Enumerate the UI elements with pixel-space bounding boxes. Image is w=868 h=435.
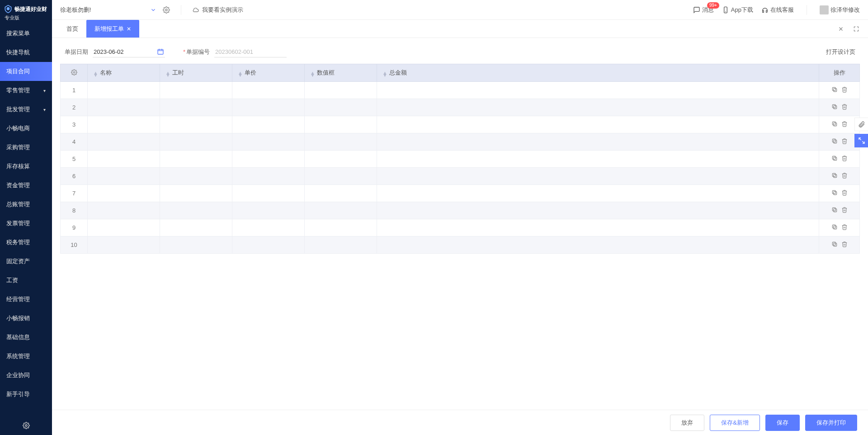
cell-num[interactable] (305, 82, 377, 99)
save-and-print-button[interactable]: 保存并打印 (805, 415, 857, 431)
cell-price[interactable] (232, 151, 305, 168)
close-all-tabs-button[interactable] (835, 24, 846, 34)
copy-row-button[interactable] (831, 138, 838, 146)
settings-button[interactable] (0, 417, 52, 435)
sidebar-item[interactable]: 零售管理▾ (0, 81, 52, 100)
cell-total[interactable] (377, 219, 819, 236)
column-header[interactable]: ▲▼工时 (160, 64, 232, 82)
cell-name[interactable] (88, 116, 160, 133)
tab[interactable]: 新增报工单✕ (86, 20, 139, 38)
sidebar-item[interactable]: 快捷导航 (0, 43, 52, 62)
cell-num[interactable] (305, 99, 377, 116)
cell-total[interactable] (377, 133, 819, 151)
company-selector[interactable]: 徐老板勿删! (60, 6, 156, 14)
sidebar-item[interactable]: 系统管理 (0, 347, 52, 366)
delete-row-button[interactable] (841, 138, 848, 146)
cell-name[interactable] (88, 82, 160, 99)
cell-num[interactable] (305, 202, 377, 219)
cell-name[interactable] (88, 151, 160, 168)
column-header[interactable]: ▲▼数值框 (305, 64, 377, 82)
sidebar-item[interactable]: 资金管理 (0, 176, 52, 195)
copy-row-button[interactable] (831, 241, 838, 249)
row-ops[interactable] (819, 82, 860, 99)
delete-row-button[interactable] (841, 121, 848, 128)
sidebar-item[interactable]: 基础信息 (0, 328, 52, 347)
row-ops[interactable] (819, 185, 860, 202)
messages-button[interactable]: 消息 99+ (693, 6, 714, 14)
delete-row-button[interactable] (841, 104, 848, 111)
delete-row-button[interactable] (841, 156, 848, 163)
column-header[interactable]: ▲▼总金额 (377, 64, 819, 82)
cell-price[interactable] (232, 168, 305, 185)
cell-price[interactable] (232, 99, 305, 116)
cell-hours[interactable] (160, 185, 232, 202)
cell-hours[interactable] (160, 151, 232, 168)
cell-num[interactable] (305, 236, 377, 254)
row-ops[interactable] (819, 151, 860, 168)
cell-price[interactable] (232, 202, 305, 219)
sidebar-item[interactable]: 企业协同 (0, 366, 52, 385)
row-ops[interactable] (819, 116, 860, 133)
cell-hours[interactable] (160, 82, 232, 99)
open-designer-link[interactable]: 打开设计页 (826, 48, 855, 56)
column-header[interactable]: ▲▼单价 (232, 64, 305, 82)
cell-name[interactable] (88, 202, 160, 219)
app-download-button[interactable]: App下载 (722, 6, 753, 14)
cell-num[interactable] (305, 151, 377, 168)
delete-row-button[interactable] (841, 241, 848, 249)
sidebar-item[interactable]: 小畅报销 (0, 309, 52, 328)
discard-button[interactable]: 放弃 (670, 415, 704, 431)
cell-price[interactable] (232, 185, 305, 202)
close-icon[interactable]: ✕ (127, 26, 131, 32)
cell-hours[interactable] (160, 116, 232, 133)
cell-total[interactable] (377, 168, 819, 185)
sidebar-item[interactable]: 库存核算 (0, 157, 52, 176)
cell-name[interactable] (88, 219, 160, 236)
cell-hours[interactable] (160, 202, 232, 219)
user-menu[interactable]: 徐泽华修改 (820, 5, 860, 14)
sidebar-item[interactable]: 发票管理 (0, 214, 52, 233)
copy-row-button[interactable] (831, 224, 838, 232)
cell-hours[interactable] (160, 99, 232, 116)
delete-row-button[interactable] (841, 224, 848, 232)
sidebar-item[interactable]: 固定资产 (0, 252, 52, 271)
delete-row-button[interactable] (841, 207, 848, 214)
sidebar-item[interactable]: 搜索菜单 (0, 24, 52, 43)
sidebar-item[interactable]: 采购管理 (0, 138, 52, 157)
save-and-new-button[interactable]: 保存&新增 (710, 415, 760, 431)
copy-row-button[interactable] (831, 121, 838, 128)
cell-num[interactable] (305, 133, 377, 151)
support-button[interactable]: 在线客服 (761, 6, 794, 14)
cell-price[interactable] (232, 82, 305, 99)
cell-name[interactable] (88, 168, 160, 185)
cell-name[interactable] (88, 99, 160, 116)
row-ops[interactable] (819, 133, 860, 151)
copy-row-button[interactable] (831, 156, 838, 163)
cell-price[interactable] (232, 219, 305, 236)
column-header[interactable]: ▲▼名称 (88, 64, 160, 82)
sidebar-item[interactable]: 税务管理 (0, 233, 52, 252)
sidebar-item[interactable]: 新手引导 (0, 385, 52, 404)
delete-row-button[interactable] (841, 173, 848, 180)
row-ops[interactable] (819, 202, 860, 219)
copy-row-button[interactable] (831, 190, 838, 197)
cell-num[interactable] (305, 168, 377, 185)
cell-name[interactable] (88, 133, 160, 151)
cell-num[interactable] (305, 219, 377, 236)
sidebar-item[interactable]: 工资 (0, 271, 52, 290)
row-ops[interactable] (819, 219, 860, 236)
company-settings-button[interactable] (163, 6, 170, 14)
cell-total[interactable] (377, 82, 819, 99)
docno-input[interactable]: 20230602-001 (214, 47, 287, 57)
save-button[interactable]: 保存 (765, 415, 800, 431)
sidebar-item[interactable]: 批发管理▾ (0, 100, 52, 119)
row-ops[interactable] (819, 236, 860, 254)
cell-total[interactable] (377, 185, 819, 202)
cell-num[interactable] (305, 116, 377, 133)
gear-icon[interactable] (71, 69, 77, 76)
delete-row-button[interactable] (841, 87, 848, 94)
cell-total[interactable] (377, 151, 819, 168)
tab[interactable]: 首页 (58, 20, 86, 38)
attachment-button[interactable] (854, 118, 868, 131)
cell-name[interactable] (88, 185, 160, 202)
